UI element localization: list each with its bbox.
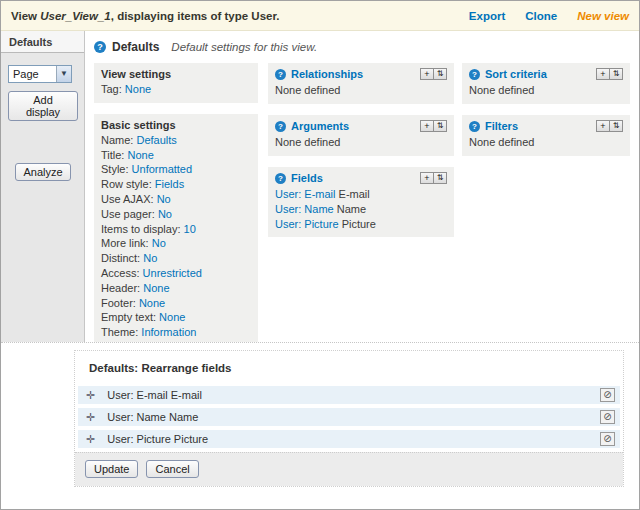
- rearrange-icon[interactable]: ⇅: [433, 68, 447, 80]
- rearrange-icon[interactable]: ⇅: [609, 120, 623, 132]
- setting-value-link[interactable]: Unformatted: [132, 163, 193, 175]
- add-display-button[interactable]: Add display: [8, 91, 78, 121]
- setting-row: Style: Unformatted: [101, 162, 251, 177]
- help-icon[interactable]: ?: [275, 173, 286, 184]
- help-icon[interactable]: ?: [469, 121, 480, 132]
- setting-label: Tag:: [101, 83, 122, 95]
- view-settings-panel: View settings Tag: None: [94, 63, 258, 103]
- clone-link[interactable]: Clone: [525, 10, 557, 22]
- setting-label: Row style:: [101, 178, 152, 190]
- defaults-description: Default settings for this view.: [171, 41, 317, 53]
- add-icon[interactable]: +: [420, 172, 434, 184]
- setting-value-link[interactable]: No: [143, 252, 157, 264]
- remove-button[interactable]: ⊘: [600, 388, 615, 402]
- tab-defaults[interactable]: Defaults: [1, 31, 84, 53]
- table-row: ✛ User: E-mail E-mail ⊘: [78, 386, 620, 404]
- setting-value-link[interactable]: None: [128, 149, 154, 161]
- rearrange-icon[interactable]: ⇅: [433, 120, 447, 132]
- setting-value-link[interactable]: No: [158, 208, 172, 220]
- help-icon[interactable]: ?: [94, 41, 106, 53]
- settings-columns: View settings Tag: None Basic settings N…: [94, 63, 630, 342]
- view-summary-text: View User_View_1, displaying items of ty…: [11, 10, 279, 22]
- setting-row: Items to display: 10: [101, 222, 251, 237]
- field-link[interactable]: User: E-mail: [275, 188, 336, 200]
- chevron-down-icon: ▼: [56, 66, 71, 82]
- setting-value-link[interactable]: None: [125, 83, 151, 95]
- field-suffix: Picture: [342, 218, 376, 230]
- help-icon[interactable]: ?: [275, 69, 286, 80]
- arguments-title-link[interactable]: Arguments: [291, 120, 349, 132]
- field-link[interactable]: User: Name: [275, 203, 334, 215]
- add-icon[interactable]: +: [596, 120, 610, 132]
- setting-label: More link:: [101, 237, 149, 249]
- sort-criteria-title-link[interactable]: Sort criteria: [485, 68, 547, 80]
- setting-row: Footer: None: [101, 296, 251, 311]
- view-editor-body: Defaults Page ▼ Add display Analyze ? De…: [1, 31, 639, 343]
- drag-handle-icon[interactable]: ✛: [86, 389, 95, 402]
- row-label: User: Picture Picture: [107, 433, 208, 445]
- export-link[interactable]: Export: [469, 10, 505, 22]
- setting-value-link[interactable]: Defaults: [136, 134, 176, 146]
- add-icon[interactable]: +: [596, 68, 610, 80]
- setting-row: Access: Unrestricted: [101, 266, 251, 281]
- update-button[interactable]: Update: [85, 460, 138, 478]
- setting-value-link[interactable]: None: [159, 311, 185, 323]
- remove-button[interactable]: ⊘: [600, 410, 615, 424]
- view-action-links: Export Clone New view: [449, 10, 629, 22]
- relationships-empty-text: None defined: [275, 83, 447, 98]
- add-icon[interactable]: +: [420, 68, 434, 80]
- setting-row: Tag: None: [101, 82, 251, 97]
- setting-label: Footer:: [101, 297, 136, 309]
- display-sidebar: Defaults Page ▼ Add display Analyze: [1, 31, 85, 342]
- setting-value-link[interactable]: Fields: [155, 178, 184, 190]
- view-name: User_View_1: [40, 10, 111, 22]
- help-icon[interactable]: ?: [275, 121, 286, 132]
- setting-row: Use AJAX: No: [101, 192, 251, 207]
- field-item: User: E-mail E-mail: [275, 187, 447, 202]
- drag-handle-icon[interactable]: ✛: [86, 433, 95, 446]
- setting-label: Name:: [101, 134, 133, 146]
- setting-label: Header:: [101, 282, 140, 294]
- filters-title-link[interactable]: Filters: [485, 120, 518, 132]
- analyze-button[interactable]: Analyze: [15, 163, 71, 181]
- setting-value-link[interactable]: No: [152, 237, 166, 249]
- setting-value-link[interactable]: 10: [184, 223, 196, 235]
- fields-panel: ? Fields + ⇅ User: E-mail E-mail User: N…: [268, 167, 454, 237]
- field-item: User: Name Name: [275, 202, 447, 217]
- new-view-link[interactable]: New view: [577, 10, 629, 22]
- setting-row: Empty text: None: [101, 310, 251, 325]
- help-icon[interactable]: ?: [469, 69, 480, 80]
- setting-value-link[interactable]: None: [143, 282, 169, 294]
- setting-value-link[interactable]: Information: [141, 326, 196, 338]
- setting-label: Empty text:: [101, 311, 156, 323]
- sort-criteria-panel-header: ? Sort criteria + ⇅: [469, 68, 623, 80]
- arguments-panel: ? Arguments + ⇅ None defined: [268, 115, 454, 156]
- filters-actions: + ⇅: [596, 120, 623, 132]
- rearrange-icon[interactable]: ⇅: [433, 172, 447, 184]
- relationships-actions: + ⇅: [420, 68, 447, 80]
- arguments-empty-text: None defined: [275, 135, 447, 150]
- relationships-title-link[interactable]: Relationships: [291, 68, 363, 80]
- view-title-suffix: , displaying items of type User.: [111, 10, 280, 22]
- view-summary-bar: View User_View_1, displaying items of ty…: [1, 1, 639, 31]
- rearrange-title: Defaults: Rearrange fields: [75, 351, 623, 386]
- sort-criteria-panel: ? Sort criteria + ⇅ None defined: [462, 63, 630, 104]
- rearrange-icon[interactable]: ⇅: [609, 68, 623, 80]
- fields-title-link[interactable]: Fields: [291, 172, 323, 184]
- setting-value-link[interactable]: None: [139, 297, 165, 309]
- views-edit-page: View User_View_1, displaying items of ty…: [0, 0, 640, 510]
- display-type-select[interactable]: Page ▼: [8, 65, 72, 83]
- arguments-actions: + ⇅: [420, 120, 447, 132]
- settings-column-3: ? Sort criteria + ⇅ None defined ?: [462, 63, 630, 342]
- drag-handle-icon[interactable]: ✛: [86, 411, 95, 424]
- setting-label: Style:: [101, 163, 129, 175]
- setting-value-link[interactable]: Unrestricted: [143, 267, 202, 279]
- field-link[interactable]: User: Picture: [275, 218, 339, 230]
- setting-value-link[interactable]: No: [157, 193, 171, 205]
- add-icon[interactable]: +: [420, 120, 434, 132]
- remove-button[interactable]: ⊘: [600, 432, 615, 446]
- cancel-button[interactable]: Cancel: [146, 460, 198, 478]
- setting-label: Items to display:: [101, 223, 180, 235]
- settings-column-1: View settings Tag: None Basic settings N…: [94, 63, 258, 342]
- setting-row: Row style: Fields: [101, 177, 251, 192]
